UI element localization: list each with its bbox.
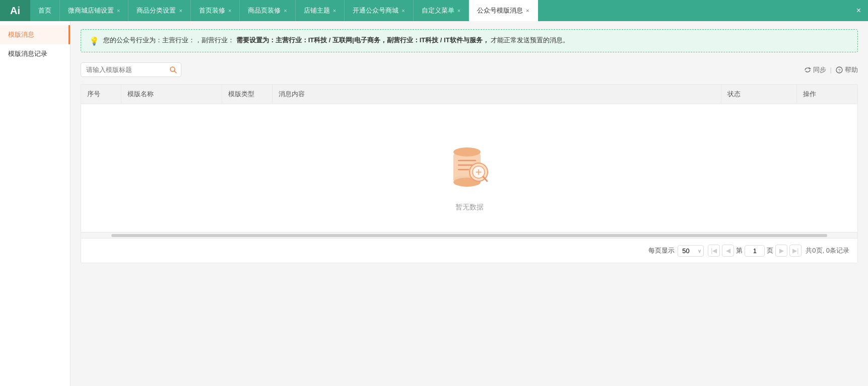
nav-item-open-mall[interactable]: 开通公众号商城 × [345, 0, 413, 21]
nav-item-product-decoration[interactable]: 商品页装修 × [240, 0, 295, 21]
last-page-button[interactable]: ▶| [789, 245, 802, 257]
empty-text: 暂无数据 [455, 203, 484, 212]
nav-item-home[interactable]: 首页 [30, 0, 60, 21]
logo: Ai [0, 0, 30, 21]
search-right: 同步 | ? 帮助 [804, 65, 858, 74]
search-button[interactable] [169, 66, 177, 74]
page-size-select: 每页显示 50 10 20 100 [648, 245, 704, 257]
page-number-input[interactable] [745, 245, 765, 257]
page-navigation: |◀ ◀ 第 页 ▶ ▶| [708, 245, 802, 257]
col-header-type: 模版类型 [222, 85, 273, 104]
close-icon[interactable]: × [117, 8, 120, 14]
empty-state: 暂无数据 [81, 104, 857, 232]
sidebar-item-template-msg-record[interactable]: 模版消息记录 [0, 44, 70, 63]
sync-icon [804, 66, 811, 73]
nav-item-custom-menu[interactable]: 自定义菜单 × [414, 0, 469, 21]
nav-item-shop-settings[interactable]: 微商城店铺设置 × [60, 0, 128, 21]
svg-line-1 [174, 71, 176, 73]
close-icon[interactable]: × [333, 8, 336, 14]
page-size-dropdown[interactable]: 50 10 20 100 [678, 245, 704, 257]
empty-illustration [439, 134, 500, 195]
scrollbar-thumb[interactable] [111, 234, 827, 237]
top-navigation: Ai 首页 微商城店铺设置 × 商品分类设置 × 首页装修 × 商品页装修 × … [0, 0, 868, 21]
search-left [81, 62, 181, 77]
help-button[interactable]: ? 帮助 [836, 65, 858, 74]
total-info: 共0页, 0条记录 [806, 246, 849, 255]
divider: | [830, 66, 832, 73]
search-input-wrap [81, 62, 181, 77]
close-icon[interactable]: × [228, 8, 231, 14]
col-header-name: 模版名称 [121, 85, 222, 104]
table-header: 序号 模版名称 模版类型 消息内容 状态 操作 [81, 85, 857, 104]
col-header-action: 操作 [797, 85, 857, 104]
notice-box: 💡 您的公众号行业为：主营行业：，副营行业： 需要设置为：主营行业：IT科技 /… [81, 29, 858, 52]
page-size-wrapper: 50 10 20 100 [678, 245, 704, 257]
horizontal-scrollbar[interactable] [81, 232, 857, 238]
search-bar: 同步 | ? 帮助 [81, 62, 858, 77]
close-icon[interactable]: × [402, 8, 405, 14]
close-icon[interactable]: × [284, 8, 287, 14]
data-table: 序号 模版名称 模版类型 消息内容 状态 操作 [81, 84, 858, 263]
lightbulb-icon: 💡 [89, 36, 99, 46]
main-layout: 模版消息 模版消息记录 💡 您的公众号行业为：主营行业：，副营行业： 需要设置为… [0, 21, 868, 386]
first-page-button[interactable]: |◀ [708, 245, 720, 257]
next-page-button[interactable]: ▶ [775, 245, 787, 257]
nav-item-store-theme[interactable]: 店铺主题 × [296, 0, 345, 21]
content-area: 💡 您的公众号行业为：主营行业：，副营行业： 需要设置为：主营行业：IT科技 /… [71, 21, 868, 386]
nav-item-homepage-decoration[interactable]: 首页装修 × [191, 0, 240, 21]
sidebar-item-template-msg[interactable]: 模版消息 [0, 25, 70, 44]
prev-page-button[interactable]: ◀ [722, 245, 734, 257]
pagination: 每页显示 50 10 20 100 |◀ ◀ 第 页 [81, 238, 857, 263]
close-icon[interactable]: × [457, 8, 460, 14]
close-icon[interactable]: × [179, 8, 182, 14]
close-all-button[interactable]: × [849, 0, 868, 21]
col-header-status: 状态 [721, 85, 797, 104]
nav-item-category-settings[interactable]: 商品分类设置 × [128, 0, 190, 21]
col-header-seq: 序号 [81, 85, 121, 104]
notice-text: 您的公众号行业为：主营行业：，副营行业： 需要设置为：主营行业：IT科技 / 互… [103, 36, 569, 45]
svg-point-6 [453, 147, 481, 157]
close-icon[interactable]: × [526, 8, 529, 14]
svg-text:?: ? [838, 68, 840, 73]
sidebar: 模版消息 模版消息记录 [0, 21, 71, 386]
nav-item-template-msg[interactable]: 公众号模版消息 × [469, 0, 538, 21]
help-icon: ? [836, 66, 843, 73]
col-header-content: 消息内容 [273, 85, 721, 104]
sync-button[interactable]: 同步 [804, 65, 826, 74]
search-input[interactable] [81, 62, 181, 77]
